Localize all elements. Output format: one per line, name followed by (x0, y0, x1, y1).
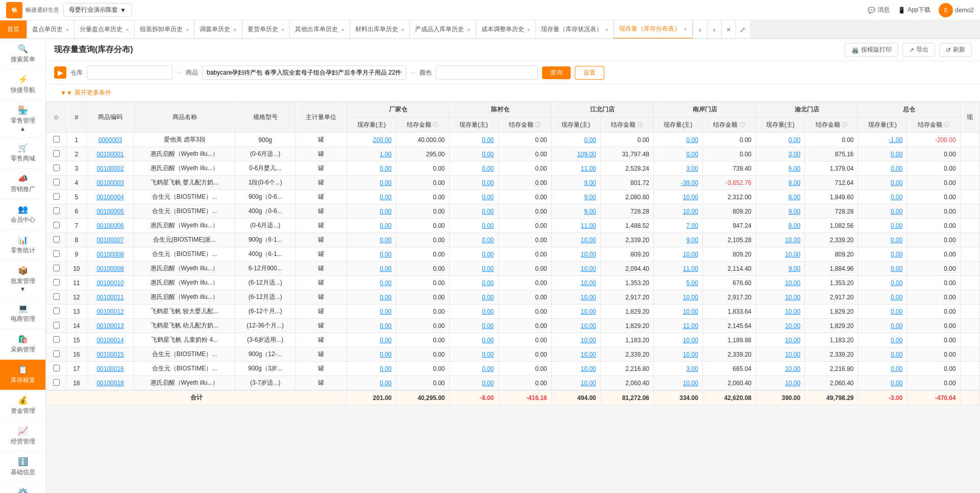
row-jiangbei-qty[interactable]: 10.00 (551, 362, 600, 376)
row-factory-qty[interactable]: 0.00 (347, 304, 396, 319)
row-code[interactable]: 00100007 (87, 233, 134, 247)
row-chen-qty[interactable]: 0.00 (449, 204, 498, 219)
row-checkbox[interactable] (46, 133, 66, 147)
row-total-qty[interactable]: -1.00 (858, 133, 907, 147)
row-code[interactable]: 00100004 (87, 190, 134, 204)
tab-inventory-count[interactable]: 盘点单历史 × (27, 20, 75, 39)
row-nanan-qty[interactable]: -39.00 (654, 176, 703, 190)
search-btn[interactable]: 查询 (542, 66, 571, 79)
row-chen-qty[interactable]: 0.00 (449, 276, 498, 290)
row-total-qty[interactable]: 0.00 (858, 276, 907, 290)
close-icon[interactable]: × (605, 27, 608, 33)
row-chen-qty[interactable]: 0.00 (449, 262, 498, 276)
row-factory-qty[interactable]: 0.00 (347, 233, 396, 247)
tab-expand-btn[interactable]: ⤢ (736, 20, 750, 39)
close-icon[interactable]: × (233, 27, 236, 33)
row-nanan-qty[interactable]: 7.00 (654, 219, 703, 233)
product-input[interactable] (202, 65, 406, 80)
row-checkbox[interactable] (46, 233, 66, 247)
row-jiangbei-qty[interactable]: 109.00 (551, 147, 600, 161)
row-code[interactable]: 00100009 (87, 262, 134, 276)
print-btn[interactable]: 🖨️ 按模版打印 (845, 43, 898, 57)
row-nanan-qty[interactable]: 5.00 (654, 276, 703, 290)
tab-close-btn[interactable]: × (721, 20, 736, 39)
tab-prev-btn[interactable]: ‹ (693, 20, 707, 39)
sidebar-item-marketing[interactable]: 📣 营销推广 (0, 169, 45, 199)
row-total-qty[interactable]: 0.00 (858, 204, 907, 219)
row-code[interactable]: 00100018 (87, 376, 134, 391)
close-icon[interactable]: × (401, 27, 404, 33)
row-nanan-qty[interactable]: 10.00 (654, 376, 703, 391)
row-chen-qty[interactable]: 0.00 (449, 376, 498, 391)
app-download-btn[interactable]: 📱 App下载 (898, 6, 930, 14)
row-nanan-qty[interactable]: 10.00 (654, 204, 703, 219)
tab-branch-count[interactable]: 分量盘点单历史 × (75, 20, 134, 39)
sidebar-item-purchase[interactable]: 🛍️ 采购管理 (0, 329, 45, 360)
row-total-qty[interactable]: 0.00 (858, 347, 907, 362)
product-dots[interactable]: ··· (410, 69, 415, 76)
row-jiangbei-qty[interactable]: 11.00 (551, 219, 600, 233)
row-yubei-qty[interactable]: 6.00 (756, 161, 805, 176)
row-yubei-qty[interactable]: 9.00 (756, 204, 805, 219)
row-total-qty[interactable]: 0.00 (858, 176, 907, 190)
setting-btn[interactable]: 设置 (575, 66, 604, 80)
sidebar-item-quicknav[interactable]: ⚡ 快捷导航 (0, 69, 45, 100)
row-checkbox[interactable] (46, 190, 66, 204)
sidebar-item-inventory[interactable]: 📋 库存核算 (0, 360, 45, 390)
info-icon[interactable]: ⓘ (638, 122, 643, 128)
sidebar-item-system[interactable]: ⚙️ 系统管理 (0, 482, 45, 493)
row-code[interactable]: 00100015 (87, 347, 134, 362)
row-code[interactable]: 00100011 (87, 290, 134, 304)
row-factory-qty[interactable]: 0.00 (347, 362, 396, 376)
row-factory-qty[interactable]: 200.00 (347, 133, 396, 147)
tab-stock-status[interactable]: 现存量（库存状况表） × (536, 20, 614, 39)
tab-next-btn[interactable]: › (707, 20, 721, 39)
row-factory-qty[interactable]: 0.00 (347, 333, 396, 347)
row-total-qty[interactable]: 0.00 (858, 247, 907, 262)
row-jiangbei-qty[interactable]: 10.00 (551, 319, 600, 333)
row-yubei-qty[interactable]: 10.00 (756, 233, 805, 247)
row-jiangbei-qty[interactable]: 10.00 (551, 376, 600, 391)
row-yubei-qty[interactable]: 8.00 (756, 176, 805, 190)
row-yubei-qty[interactable]: 10.00 (756, 319, 805, 333)
row-checkbox[interactable] (46, 247, 66, 262)
row-jiangbei-qty[interactable]: 10.00 (551, 347, 600, 362)
row-checkbox[interactable] (46, 262, 66, 276)
row-yubei-qty[interactable]: 3.00 (756, 147, 805, 161)
row-code[interactable]: 00100014 (87, 333, 134, 347)
row-nanan-qty[interactable]: 0.00 (654, 133, 703, 147)
warehouse-dots[interactable]: ··· (177, 69, 182, 76)
tab-requisition[interactable]: 要货单历史 × (242, 20, 290, 39)
row-yubei-qty[interactable]: 10.00 (756, 304, 805, 319)
row-checkbox[interactable] (46, 204, 66, 219)
filter-expand-btn[interactable]: ▶ (54, 66, 66, 79)
row-factory-qty[interactable]: 0.00 (347, 276, 396, 290)
row-yubei-qty[interactable]: 9.00 (756, 262, 805, 276)
row-chen-qty[interactable]: 0.00 (449, 333, 498, 347)
row-factory-qty[interactable]: 0.00 (347, 290, 396, 304)
row-jiangbei-qty[interactable]: 11.00 (551, 161, 600, 176)
tab-group-disassemble[interactable]: 组装拆卸单历史 × (135, 20, 194, 39)
row-chen-qty[interactable]: 0.00 (449, 304, 498, 319)
row-nanan-qty[interactable]: 3.00 (654, 362, 703, 376)
row-nanan-qty[interactable]: 9.00 (654, 233, 703, 247)
row-factory-qty[interactable]: 0.00 (347, 161, 396, 176)
row-total-qty[interactable]: 0.00 (858, 304, 907, 319)
row-jiangbei-qty[interactable]: 10.00 (551, 276, 600, 290)
row-factory-qty[interactable]: 0.00 (347, 219, 396, 233)
row-total-qty[interactable]: 0.00 (858, 147, 907, 161)
row-factory-qty[interactable]: 0.00 (347, 204, 396, 219)
row-total-qty[interactable]: 0.00 (858, 333, 907, 347)
row-total-qty[interactable]: 0.00 (858, 290, 907, 304)
row-jiangbei-qty[interactable]: 9.00 (551, 190, 600, 204)
row-checkbox[interactable] (46, 147, 66, 161)
row-jiangbei-qty[interactable]: 9.00 (551, 176, 600, 190)
row-code[interactable]: 00100006 (87, 219, 134, 233)
tab-product-in[interactable]: 产成品入库单历史 × (410, 20, 476, 39)
row-checkbox[interactable] (46, 319, 66, 333)
industry-selector[interactable]: 母婴行业演示陈套 ▼ (63, 3, 132, 17)
row-jiangbei-qty[interactable]: 10.00 (551, 262, 600, 276)
close-icon[interactable]: × (66, 27, 69, 33)
row-factory-qty[interactable]: 0.00 (347, 176, 396, 190)
row-checkbox[interactable] (46, 362, 66, 376)
